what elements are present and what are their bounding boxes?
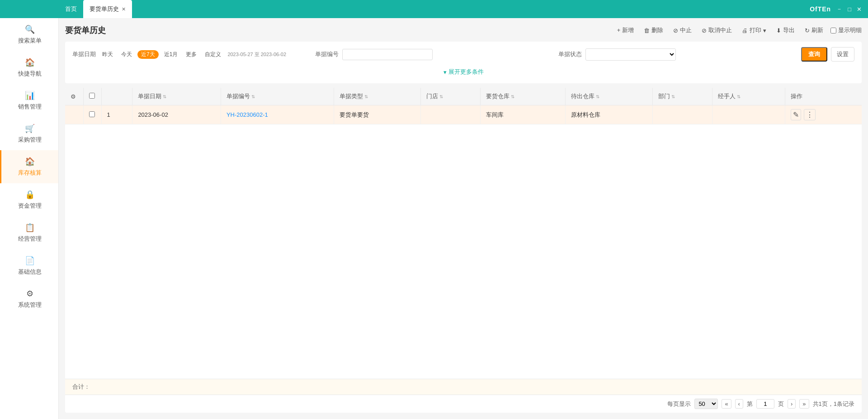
home-icon: 🏠 — [25, 57, 35, 67]
th-date-label: 单据日期 — [138, 92, 161, 100]
refresh-icon: ↻ — [805, 27, 810, 34]
doc-icon: 📄 — [25, 256, 35, 266]
sidebar-item-quick-nav[interactable]: 🏠 快捷导航 — [0, 51, 58, 84]
th-date[interactable]: 单据日期 ⇅ — [132, 88, 221, 105]
date-btn-yesterday[interactable]: 昨天 — [99, 50, 116, 59]
row-bill-no: YH-20230602-1 — [221, 105, 334, 124]
pagination-bar: 每页显示 10 20 50 100 « ‹ 第 页 › » 共1页，1条记录 — [65, 395, 862, 413]
table-body: 1 2023-06-02 YH-20230602-1 要货单要货 车间库 原材料… — [65, 105, 862, 124]
tab-requisition-label: 要货单历史 — [90, 5, 119, 13]
th-bill-no-label: 单据编号 — [226, 92, 250, 100]
cancel-stop-label: 取消中止 — [708, 26, 732, 34]
th-bill-type[interactable]: 单据类型 ⇅ — [334, 88, 420, 105]
minimize-icon[interactable]: － — [836, 5, 842, 13]
sidebar-item-purchase[interactable]: 🛒 采购管理 — [0, 117, 58, 150]
th-pending-warehouse-label: 待出仓库 — [571, 92, 594, 100]
export-label: 导出 — [783, 26, 795, 34]
row-store — [420, 105, 481, 124]
next-page-btn[interactable]: › — [788, 399, 796, 409]
page-header: 要货单历史 + 新增 🗑 删除 ⊘ 中止 ⊘ 取消中止 🖨 打印 — [65, 24, 862, 36]
table-row: 1 2023-06-02 YH-20230602-1 要货单要货 车间库 原材料… — [65, 105, 862, 124]
query-button[interactable]: 查询 — [801, 47, 827, 62]
settings-button[interactable]: 设置 — [831, 47, 854, 62]
th-handler-label: 经手人 — [718, 92, 736, 100]
bill-number-label: 单据编号 — [315, 50, 339, 58]
top-bar: 首页 要货单历史 ✕ OfTEn － □ ✕ — [0, 0, 868, 18]
tab-close-icon[interactable]: ✕ — [122, 6, 126, 12]
page-size-select[interactable]: 10 20 50 100 — [694, 399, 718, 409]
sidebar-item-inventory[interactable]: 🏠 库存核算 — [0, 150, 58, 183]
main-layout: 🔍 搜索菜单 🏠 快捷导航 📊 销售管理 🛒 采购管理 🏠 库存核算 🔒 资金管… — [0, 18, 868, 419]
date-btn-today[interactable]: 今天 — [118, 50, 135, 59]
row-edit-icon[interactable]: ✎ — [791, 109, 801, 120]
sidebar-item-sales[interactable]: 📊 销售管理 — [0, 84, 58, 117]
brand-label: OfTEn — [810, 5, 831, 13]
tab-home[interactable]: 首页 — [59, 0, 83, 18]
new-button[interactable]: + 新增 — [614, 24, 637, 36]
table-scroll[interactable]: ⚙ 单据日期 ⇅ — [65, 88, 862, 379]
th-handler[interactable]: 经手人 ⇅ — [712, 88, 785, 105]
date-btn-more[interactable]: 更多 — [183, 50, 199, 59]
sort-store-icon: ⇅ — [439, 94, 443, 99]
row-more-icon[interactable]: ⋮ — [804, 109, 816, 120]
sort-bill-type-icon: ⇅ — [364, 94, 368, 99]
select-all-checkbox[interactable] — [89, 93, 95, 99]
expand-more-btn[interactable]: ▾ 展开更多条件 — [72, 66, 854, 78]
row-actions: ✎ ⋮ — [785, 105, 862, 124]
display-detail-checkbox[interactable]: 显示明细 — [830, 26, 862, 34]
row-department — [652, 105, 712, 124]
th-bill-type-label: 单据类型 — [340, 92, 363, 100]
row-select-checkbox[interactable] — [89, 111, 95, 117]
sidebar-item-basic-info[interactable]: 📄 基础信息 — [0, 249, 58, 282]
delete-label: 删除 — [651, 26, 663, 34]
window-close-icon[interactable]: ✕ — [857, 6, 862, 13]
refresh-button[interactable]: ↻ 刷新 — [802, 24, 826, 36]
expand-icon: ▾ — [443, 69, 447, 76]
filter-date-group: 单据日期 昨天 今天 近7天 近1月 更多 自定义 2023-05-27 至 2… — [72, 50, 306, 59]
sidebar: 🔍 搜索菜单 🏠 快捷导航 📊 销售管理 🛒 采购管理 🏠 库存核算 🔒 资金管… — [0, 18, 59, 419]
date-btn-custom[interactable]: 自定义 — [202, 50, 224, 59]
header-actions: + 新增 🗑 删除 ⊘ 中止 ⊘ 取消中止 🖨 打印 ▾ — [614, 24, 862, 36]
th-settings: ⚙ — [65, 88, 83, 105]
first-page-btn[interactable]: « — [722, 399, 731, 409]
stop-button[interactable]: ⊘ 中止 — [670, 24, 694, 36]
sidebar-item-operation[interactable]: 📋 经营管理 — [0, 216, 58, 249]
bill-status-select[interactable] — [585, 48, 676, 61]
th-bill-no[interactable]: 单据编号 ⇅ — [221, 88, 334, 105]
prev-page-btn[interactable]: ‹ — [735, 399, 743, 409]
tab-requisition-history[interactable]: 要货单历史 ✕ — [83, 0, 132, 18]
date-buttons: 昨天 今天 近7天 近1月 更多 自定义 — [99, 50, 224, 59]
sort-department-icon: ⇅ — [671, 94, 675, 99]
last-page-btn[interactable]: » — [799, 399, 809, 409]
sort-req-warehouse-icon: ⇅ — [511, 94, 514, 99]
th-store[interactable]: 门店 ⇅ — [420, 88, 481, 105]
row-settings — [65, 105, 83, 124]
cancel-stop-icon: ⊘ — [702, 27, 707, 34]
data-table: ⚙ 单据日期 ⇅ — [65, 88, 862, 124]
sort-bill-no-icon: ⇅ — [251, 94, 255, 99]
cancel-stop-button[interactable]: ⊘ 取消中止 — [699, 24, 735, 36]
sidebar-item-finance[interactable]: 🔒 资金管理 — [0, 183, 58, 216]
date-btn-last7[interactable]: 近7天 — [137, 50, 159, 59]
maximize-icon[interactable]: □ — [848, 6, 851, 13]
page-input[interactable] — [756, 399, 774, 409]
print-label: 打印 — [750, 26, 761, 34]
row-handler — [712, 105, 785, 124]
sidebar-item-search[interactable]: 🔍 搜索菜单 — [0, 18, 58, 51]
sidebar-item-system[interactable]: ⚙ 系统管理 — [0, 282, 58, 315]
export-button[interactable]: ⬇ 导出 — [774, 24, 797, 36]
bill-no-link[interactable]: YH-20230602-1 — [226, 111, 268, 118]
stop-label: 中止 — [680, 26, 692, 34]
bill-number-input[interactable] — [342, 49, 433, 60]
print-button[interactable]: 🖨 打印 ▾ — [739, 24, 769, 36]
th-department[interactable]: 部门 ⇅ — [652, 88, 712, 105]
delete-button[interactable]: 🗑 删除 — [641, 24, 666, 36]
table-header: ⚙ 单据日期 ⇅ — [65, 88, 862, 105]
stop-icon: ⊘ — [673, 27, 678, 34]
date-btn-last-month[interactable]: 近1月 — [161, 50, 181, 59]
th-department-label: 部门 — [658, 92, 670, 100]
th-req-warehouse[interactable]: 要货仓库 ⇅ — [481, 88, 566, 105]
th-pending-warehouse[interactable]: 待出仓库 ⇅ — [566, 88, 652, 105]
display-detail-input[interactable] — [830, 28, 836, 33]
sidebar-label-search: 搜索菜单 — [18, 37, 42, 45]
